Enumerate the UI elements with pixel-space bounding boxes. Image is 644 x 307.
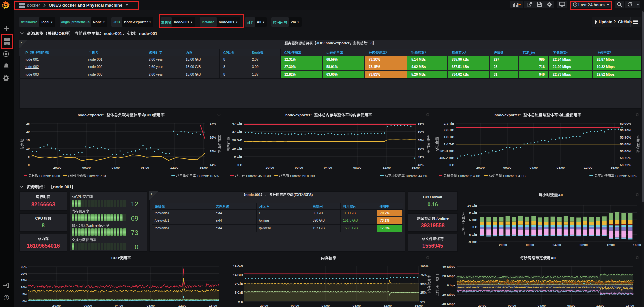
svg-text:20:00: 20:00 [260,304,268,307]
svg-text:5 GiB: 5 GiB [469,218,477,222]
svg-text:All: All [558,193,563,197]
svg-text:20%: 20% [21,272,27,275]
svg-text:04:00: 04:00 [553,243,561,247]
svg-text:15%: 15% [21,278,27,282]
svg-text:25%: 25% [21,265,27,269]
svg-text:16:00: 16:00 [633,243,641,247]
svg-text:-5 GiB: -5 GiB [468,233,477,236]
svg-text:0 B: 0 B [472,225,477,229]
svg-text:100%: 100% [420,264,429,268]
svg-text:20 Mbps: 20 Mbps [442,274,455,278]
svg-text:75%: 75% [420,273,427,277]
svg-text:12:00: 12:00 [607,243,615,247]
svg-text:08:00: 08:00 [567,304,575,307]
svg-text:08:00: 08:00 [147,304,155,307]
svg-text:40 Mbps: 40 Mbps [442,265,455,268]
svg-text:00:00: 00:00 [526,243,534,247]
svg-text:12:00: 12:00 [178,304,186,307]
svg-text:12:00: 12:00 [384,304,392,307]
svg-text:16:00: 16:00 [415,304,423,307]
svg-text:16:00: 16:00 [626,304,634,307]
svg-text:19 GiB: 19 GiB [233,264,243,268]
svg-text:00:00: 00:00 [291,304,299,307]
svg-text:0 B: 0 B [238,300,243,303]
svg-text:04:00: 04:00 [115,304,123,307]
svg-text:12:00: 12:00 [596,304,604,307]
svg-text:0 bps: 0 bps [447,283,455,287]
svg-text:25%: 25% [420,290,427,294]
svg-text:00:00: 00:00 [508,304,516,307]
svg-text:08:00: 08:00 [580,243,588,247]
svg-text:CPU: CPU [111,256,119,260]
svg-text:0%: 0% [420,300,425,303]
svg-text:5 GiB: 5 GiB [235,290,243,294]
svg-text:-40 Mbps: -40 Mbps [441,302,455,306]
svg-text:20:00: 20:00 [52,304,61,307]
svg-text:14 GiB: 14 GiB [233,273,243,277]
svg-text:14 GiB: 14 GiB [467,204,477,207]
svg-text:10%: 10% [21,285,27,289]
svg-text:9 GiB: 9 GiB [235,282,243,285]
svg-text:9 GiB: 9 GiB [469,211,477,214]
svg-text:?: ? [5,296,7,300]
svg-text:20:00: 20:00 [478,304,486,307]
svg-text:16:00: 16:00 [209,304,217,307]
svg-text:All: All [551,256,556,260]
svg-text:04:00: 04:00 [538,304,546,307]
svg-text:08:00: 08:00 [353,304,361,307]
svg-text:00:00: 00:00 [84,304,92,307]
svg-text:-9 GiB: -9 GiB [468,240,477,244]
svg-text:50%: 50% [420,282,427,285]
svg-text:5%: 5% [22,292,27,296]
svg-text:20:00: 20:00 [499,243,507,247]
svg-text:0%: 0% [22,299,27,303]
svg-text:04:00: 04:00 [322,304,330,307]
svg-text:-20 Mbps: -20 Mbps [441,293,455,296]
